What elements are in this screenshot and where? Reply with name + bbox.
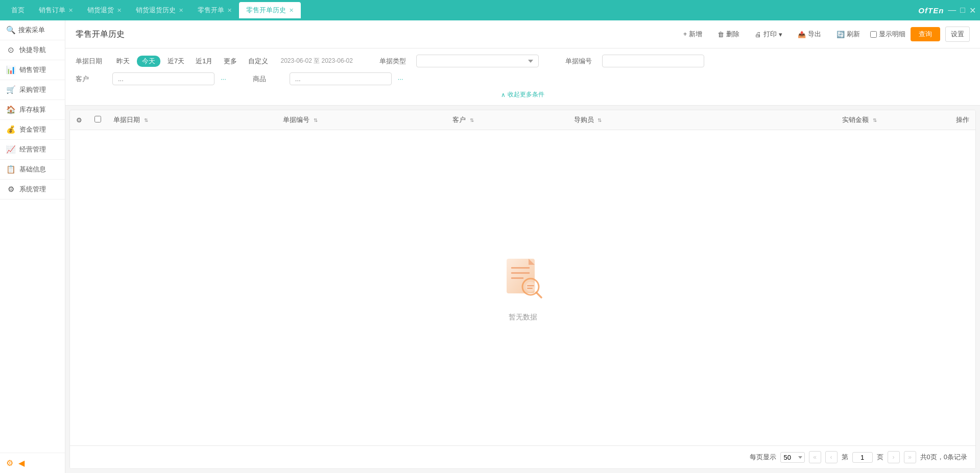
tab-sales-return-history-close[interactable]: ✕ (179, 7, 183, 14)
maximize-btn[interactable]: □ (960, 6, 965, 15)
base-info-icon: 📋 (6, 165, 15, 174)
doc-no-filter-label: 单据编号 (565, 57, 596, 66)
print-icon: 🖨 (755, 31, 761, 38)
tabbar-right: OfTEn — □ ✕ (918, 6, 976, 15)
sidebar-item-sales-mgmt-label: 销售管理 (19, 65, 46, 74)
sidebar-item-quick-nav[interactable]: ⊙ 快捷导航 (0, 40, 65, 60)
settings-bottom-btn[interactable]: ⚙ (6, 458, 13, 468)
per-page-select[interactable]: 50 20 100 200 (780, 452, 805, 463)
svg-line-7 (536, 292, 541, 297)
show-detail-checkbox[interactable] (870, 31, 877, 38)
sort-guide-icon: ⇅ (597, 117, 602, 123)
sort-customer-icon: ⇅ (470, 117, 474, 123)
sidebar-item-finance-label: 资金管理 (19, 125, 46, 134)
filter-area: 单据日期 昨天 今天 近7天 近1月 更多 自定义 2023-06-02 至 2… (65, 48, 980, 106)
tab-retail-open[interactable]: 零售开单 ✕ (190, 2, 239, 18)
sidebar-item-purchase-mgmt[interactable]: 🛒 采购管理 (0, 80, 65, 100)
top-tabbar: 首页 销售订单 ✕ 销货退货 ✕ 销货退货历史 ✕ 零售开单 ✕ 零售开单历史 … (0, 0, 980, 20)
tab-sales-order-close[interactable]: ✕ (68, 7, 73, 14)
tab-retail-history-close[interactable]: ✕ (289, 7, 294, 14)
sidebar-item-finance[interactable]: 💰 资金管理 (0, 120, 65, 140)
doc-type-filter-label: 单据类型 (379, 57, 410, 66)
sidebar-item-operations[interactable]: 📈 经营管理 (0, 140, 65, 160)
tab-sales-order[interactable]: 销售订单 ✕ (32, 2, 80, 18)
empty-icon (497, 254, 548, 305)
product-input[interactable] (290, 72, 392, 85)
tab-home[interactable]: 首页 (4, 2, 32, 18)
prev-page-btn[interactable]: ‹ (825, 451, 838, 463)
date-more[interactable]: 更多 (220, 56, 241, 67)
minimize-btn[interactable]: — (948, 6, 956, 15)
date-1month[interactable]: 近1月 (192, 56, 217, 67)
tab-sales-return-history[interactable]: 销货退货历史 ✕ (129, 2, 190, 18)
current-page-input[interactable] (852, 452, 873, 463)
filter-row-1: 单据日期 昨天 今天 近7天 近1月 更多 自定义 2023-06-02 至 2… (76, 55, 970, 67)
doc-type-select[interactable] (416, 55, 539, 67)
sidebar-item-inventory[interactable]: 🏠 库存核算 (0, 100, 65, 120)
page-word2: 页 (877, 453, 883, 462)
product-dots-btn[interactable]: ··· (398, 75, 403, 83)
sidebar-item-base-info[interactable]: 📋 基础信息 (0, 160, 65, 180)
table-header: ⚙ 单据日期 ⇅ 单据编号 ⇅ (70, 110, 975, 130)
customer-input[interactable] (112, 72, 214, 85)
print-dropdown-icon: ▾ (779, 31, 782, 38)
first-page-btn[interactable]: « (809, 451, 821, 463)
th-no[interactable]: 单据编号 ⇅ (277, 110, 446, 130)
window-controls: — □ ✕ (948, 6, 976, 15)
date-7days[interactable]: 近7天 (163, 56, 188, 67)
close-btn[interactable]: ✕ (969, 6, 976, 15)
search-icon: 🔍 (6, 26, 15, 35)
customer-dots-btn[interactable]: ··· (221, 75, 226, 83)
print-button[interactable]: 🖨 打印 ▾ (750, 27, 787, 41)
table-settings-icon[interactable]: ⚙ (76, 116, 82, 124)
doc-no-input[interactable] (602, 55, 704, 67)
tab-retail-history[interactable]: 零售开单历史 ✕ (239, 2, 301, 18)
th-amount[interactable]: 实销金额 ⇅ (713, 110, 883, 130)
tab-sales-return-close[interactable]: ✕ (117, 7, 122, 14)
empty-state: 暂无数据 (70, 130, 975, 445)
total-text: 共0页，0条记录 (920, 453, 967, 462)
select-all-checkbox[interactable] (94, 116, 101, 122)
collapse-filter-btn[interactable]: ∧ 收起更多条件 (76, 90, 970, 99)
page-header: 零售开单历史 + 新增 🗑 删除 🖨 打印 ▾ 📤 导出 🔄 (65, 20, 980, 48)
sidebar-item-sales-mgmt[interactable]: 📊 销售管理 (0, 60, 65, 80)
per-page-label: 每页显示 (750, 453, 776, 462)
inventory-icon: 🏠 (6, 105, 15, 114)
quick-nav-icon: ⊙ (6, 45, 15, 55)
collapse-icon: ∧ (501, 91, 506, 98)
toolbar: + 新增 🗑 删除 🖨 打印 ▾ 📤 导出 🔄 刷新 (678, 27, 970, 42)
date-custom[interactable]: 自定义 (244, 56, 272, 67)
sidebar-item-purchase-mgmt-label: 采购管理 (19, 85, 46, 94)
sort-date-icon: ⇅ (144, 117, 148, 123)
sidebar-item-inventory-label: 库存核算 (19, 105, 46, 114)
purchase-mgmt-icon: 🛒 (6, 85, 15, 94)
query-button[interactable]: 查询 (911, 27, 940, 41)
sidebar-search[interactable]: 🔍 搜索采单 (0, 20, 65, 40)
refresh-icon: 🔄 (836, 31, 845, 38)
date-filter-label: 单据日期 (76, 57, 106, 66)
last-page-btn[interactable]: » (904, 451, 916, 463)
date-yesterday[interactable]: 昨天 (112, 56, 134, 67)
date-today[interactable]: 今天 (137, 56, 160, 67)
next-page-btn[interactable]: › (888, 451, 900, 463)
sidebar-item-operations-label: 经营管理 (19, 145, 46, 154)
sidebar-item-quick-nav-label: 快捷导航 (19, 45, 46, 55)
export-button[interactable]: 📤 导出 (793, 27, 826, 41)
refresh-button[interactable]: 🔄 刷新 (831, 27, 865, 41)
th-customer[interactable]: 客户 ⇅ (446, 110, 568, 130)
tab-retail-open-close[interactable]: ✕ (227, 7, 232, 14)
sidebar-bottom: ⚙ ◀ (0, 453, 65, 473)
show-detail-toggle[interactable]: 显示明细 (870, 30, 905, 39)
sidebar-search-label: 搜索采单 (18, 26, 45, 35)
add-button[interactable]: + 新增 (678, 27, 707, 41)
th-actions: 操作 (883, 110, 975, 130)
page-title: 零售开单历史 (76, 29, 125, 40)
settings-button[interactable]: 设置 (945, 27, 970, 42)
th-guide[interactable]: 导购员 ⇅ (568, 110, 713, 130)
th-date[interactable]: 单据日期 ⇅ (107, 110, 277, 130)
collapse-sidebar-btn[interactable]: ◀ (18, 458, 25, 468)
delete-button[interactable]: 🗑 删除 (712, 27, 745, 41)
svg-point-6 (525, 282, 536, 292)
sidebar-item-system[interactable]: ⚙ 系统管理 (0, 180, 65, 200)
tab-sales-return[interactable]: 销货退货 ✕ (80, 2, 129, 18)
